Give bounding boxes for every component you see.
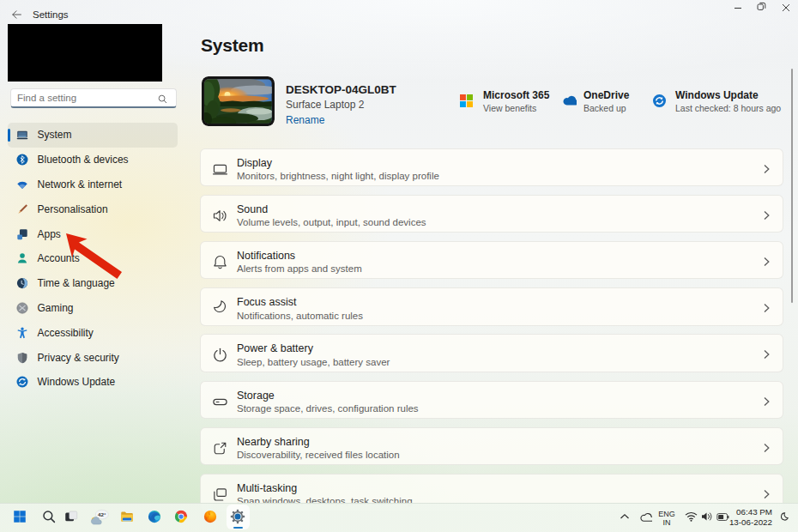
svg-text:42°: 42° bbox=[98, 511, 106, 517]
